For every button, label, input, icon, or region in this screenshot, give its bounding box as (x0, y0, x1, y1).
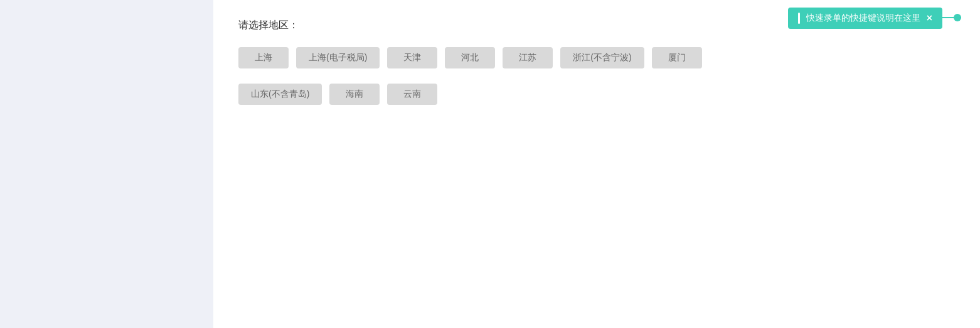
region-btn-jiangsu[interactable]: 江苏 (503, 47, 553, 68)
region-btn-hainan[interactable]: 海南 (329, 84, 380, 105)
main-content: 请选择地区： 上海 上海(电子税局) 天津 河北 江苏 浙江(不含宁波) 厦门 … (213, 0, 980, 328)
region-btn-zhejiang[interactable]: 浙江(不含宁波) (560, 47, 644, 68)
region-btn-shandong[interactable]: 山东(不含青岛) (238, 84, 322, 105)
tooltip-text: 快速录单的快捷键说明在这里 (806, 13, 920, 24)
tooltip-connector-dot (954, 14, 961, 21)
region-btn-xiamen[interactable]: 厦门 (652, 47, 702, 68)
region-btn-yunnan[interactable]: 云南 (387, 84, 437, 105)
region-btn-shanghai-etax[interactable]: 上海(电子税局) (296, 47, 380, 68)
region-btn-shanghai[interactable]: 上海 (238, 47, 289, 68)
region-buttons: 上海 上海(电子税局) 天津 河北 江苏 浙江(不含宁波) 厦门 山东(不含青岛… (238, 47, 955, 105)
region-btn-tianjin[interactable]: 天津 (387, 47, 437, 68)
tooltip-banner: 快速录单的快捷键说明在这里 × (788, 8, 942, 29)
left-sidebar (0, 0, 213, 328)
tooltip-close-button[interactable]: × (927, 13, 932, 23)
region-btn-hebei[interactable]: 河北 (445, 47, 495, 68)
